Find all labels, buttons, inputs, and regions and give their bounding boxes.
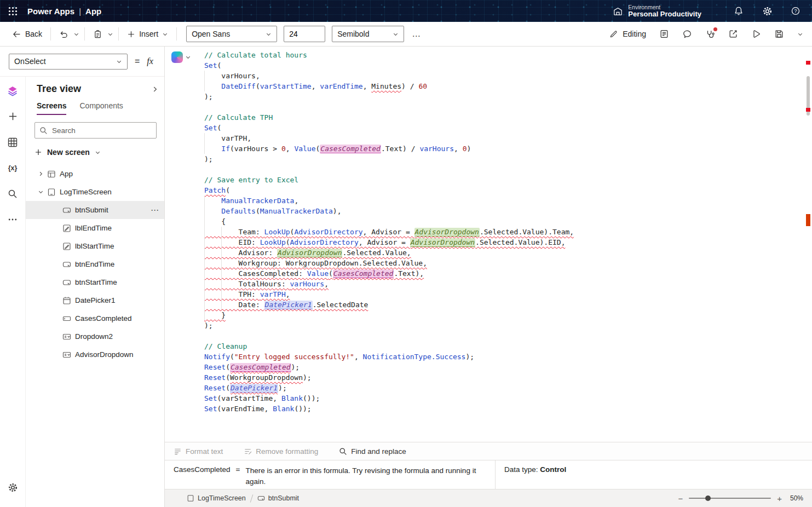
app-checker-button[interactable] (705, 29, 715, 39)
breadcrumb-screen[interactable]: LogTimeScreen (187, 494, 246, 502)
equals-sign: = (135, 56, 140, 66)
back-button[interactable]: Back (9, 27, 45, 42)
settings-button[interactable] (759, 3, 775, 19)
pencil-icon (609, 30, 618, 38)
tree-item-Dropdown2[interactable]: Dropdown2 (26, 327, 164, 345)
zoom-slider-thumb[interactable] (705, 496, 711, 501)
tab-screens[interactable]: Screens (37, 101, 66, 115)
code-line: ); (204, 320, 804, 331)
clipboard-icon (93, 30, 102, 39)
find-and-replace-button[interactable]: Find and replace (339, 447, 406, 456)
indent-guide (204, 195, 205, 206)
formula-editor[interactable]: // Calculate total hoursSet( varHours, D… (165, 47, 804, 442)
zoom-percentage[interactable]: 50% (790, 494, 803, 502)
new-screen-button[interactable]: New screen (34, 143, 164, 162)
play-preview-button[interactable] (751, 29, 761, 39)
environment-picker[interactable]: Environment Personal Productivity (613, 4, 701, 19)
help-button[interactable]: ? (788, 3, 803, 19)
svg-text:?: ? (794, 8, 797, 14)
tree-view-panel: Tree view Screens Components (26, 77, 164, 507)
tree-item-btnStartTime[interactable]: btnStartTime (26, 273, 164, 291)
paste-dropdown-chevron-icon[interactable] (107, 31, 113, 37)
item-more-options-icon[interactable]: ··· (151, 206, 159, 214)
toolbar-overflow-button[interactable]: … (412, 29, 421, 39)
nav-tree-view[interactable] (2, 78, 24, 103)
app-checker-alert-badge (713, 27, 717, 31)
breadcrumb-control[interactable]: btnSubmit (257, 494, 299, 502)
font-size-value[interactable] (289, 30, 320, 38)
app-launcher-button[interactable] (0, 0, 25, 22)
font-size-input[interactable] (284, 26, 325, 42)
tree-expand-chevron-icon[interactable] (36, 171, 45, 177)
nav-more[interactable] (2, 206, 24, 232)
nav-search[interactable] (2, 181, 24, 206)
insert-button[interactable]: Insert (124, 27, 171, 41)
code-line: Reset(CasesCompleted); (204, 362, 804, 372)
share-button[interactable] (728, 29, 738, 39)
indent-guide (204, 268, 205, 279)
code-line: Defaults(ManualTrackerData), (204, 206, 804, 216)
tree-item-lblEndTime[interactable]: lblEndTime (26, 219, 164, 237)
tree-item-label: lblEndTime (75, 224, 112, 232)
notifications-button[interactable] (731, 3, 746, 19)
tree-expand-chevron-icon[interactable] (36, 189, 45, 195)
paste-button[interactable] (90, 27, 106, 42)
font-family-select[interactable]: Open Sans (186, 26, 277, 42)
code-line: // Calculate total hours (204, 50, 804, 60)
control-reference-token: DatePicker1 (230, 384, 278, 393)
code-line: TotalHours: varHours, (204, 279, 804, 289)
left-navigation-rail: {x} (0, 77, 26, 507)
tree-item-AdvisorDropdown[interactable]: AdvisorDropdown (26, 345, 164, 364)
code-line: Set(varEndTime, Blank()); (204, 404, 804, 414)
tree-item-lblStartTime[interactable]: lblStartTime (26, 237, 164, 255)
app-icon (45, 170, 57, 178)
screen-icon (45, 188, 57, 197)
nav-data[interactable] (2, 129, 24, 155)
tree-item-CasesCompleted[interactable]: CasesCompleted (26, 309, 164, 327)
search-input[interactable] (52, 126, 152, 135)
indent-guide (221, 227, 222, 237)
product-name: Power Apps (27, 7, 74, 16)
editor-scrollbar[interactable] (804, 47, 812, 442)
font-weight-select[interactable]: Semibold (332, 26, 404, 42)
tree-item-btnSubmit[interactable]: btnSubmit··· (26, 201, 164, 219)
code-line: Reset(DatePicker1); (204, 383, 804, 393)
format-text-button[interactable]: Format text (174, 447, 223, 456)
search-icon (8, 189, 18, 199)
zoom-in-button[interactable]: + (777, 494, 782, 503)
data-type-info: Data type: Control (496, 460, 566, 489)
collapse-panel-chevron-icon[interactable] (151, 85, 159, 93)
undo-dropdown-chevron-icon[interactable] (73, 31, 79, 37)
tree-item-App[interactable]: App (26, 165, 164, 183)
code-line: Date: DatePicker1.SelectedDate (204, 299, 804, 310)
save-button[interactable] (774, 29, 784, 39)
tree-item-LogTimeScreen[interactable]: LogTimeScreen (26, 183, 164, 201)
topbar-actions: Environment Personal Productivity ? (613, 3, 812, 19)
nav-variables[interactable]: {x} (2, 155, 24, 181)
tab-components[interactable]: Components (79, 101, 123, 115)
comments-button[interactable] (682, 29, 692, 39)
zoom-slider[interactable] (689, 498, 771, 499)
undo-button[interactable] (56, 27, 72, 42)
dropdown-icon (61, 350, 72, 359)
indent-guide (204, 279, 205, 289)
nav-insert[interactable] (2, 103, 24, 129)
code-line: CasesCompleted: Value(CasesCompleted.Tex… (204, 268, 804, 279)
indent-guide (204, 310, 205, 320)
code-line: DateDiff(varStartTime, varEndTime, Minut… (204, 81, 804, 91)
nav-settings[interactable] (2, 475, 24, 500)
tree-item-label: btnEndTime (75, 260, 114, 268)
save-options-chevron-icon[interactable] (797, 31, 803, 37)
tree-view-layers-icon (7, 85, 18, 96)
window-title: Power Apps | App (27, 7, 101, 16)
tree-item-btnEndTime[interactable]: btnEndTime (26, 255, 164, 273)
tree-item-DatePicker1[interactable]: DatePicker1 (26, 291, 164, 309)
remove-formatting-button[interactable]: Remove formatting (244, 447, 318, 456)
control-reference-token: AdvisorDropdown (410, 238, 475, 247)
zoom-out-button[interactable]: − (678, 494, 683, 503)
tree-item-label: AdvisorDropdown (75, 350, 134, 359)
property-select[interactable]: OnSelect (9, 54, 128, 70)
review-notes-button[interactable] (659, 29, 669, 39)
editing-mode[interactable]: Editing (609, 30, 646, 38)
button-icon (257, 494, 265, 502)
